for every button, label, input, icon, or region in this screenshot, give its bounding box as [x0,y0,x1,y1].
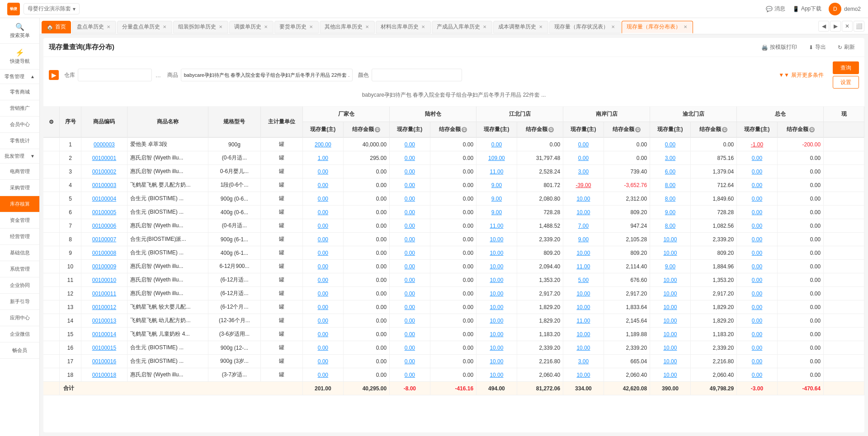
tab-prev-btn[interactable]: ◀ [818,21,829,32]
table-container[interactable]: ⚙ 序号 商品编码 商品名称 规格型号 主计量单位 厂家仓 陆村仓 江北门店 南… [43,107,864,432]
sidebar-item-operations[interactable]: 经营管理 [0,229,39,245]
c5-info-icon[interactable]: ① [722,127,727,132]
company-chevron-icon: ▾ [73,6,75,12]
cell-settings[interactable] [43,341,60,355]
close-tab-stock-table[interactable]: ✕ [610,24,616,30]
product-input[interactable] [181,69,353,81]
cell-settings[interactable] [43,246,60,260]
sidebar-item-member[interactable]: 会员中心 [0,117,39,133]
c3-info-icon[interactable]: ① [548,127,554,132]
sidebar-item-members2[interactable]: 畅会员 [0,342,39,359]
tab-cost-adjust[interactable]: 成本调整单历史 ✕ [493,21,548,33]
cell-settings[interactable] [43,219,60,233]
print-btn[interactable]: 🖨️ 按模版打印 [757,42,801,53]
sidebar-item-inventory[interactable]: 库存核算 [0,196,39,212]
close-tab-split-count[interactable]: ✕ [162,24,167,30]
th-settings[interactable]: ⚙ [43,107,60,137]
cell-c2-qty: 0.00 [390,151,430,165]
sidebar-item-apps[interactable]: 应用中心 [0,310,39,326]
sidebar-item-system[interactable]: 系统管理 [0,261,39,277]
tab-stock-table[interactable]: 现存量（库存状况表） ✕ [549,21,621,33]
tab-menu-btn[interactable]: ⬜ [854,21,864,32]
c6-info-icon[interactable]: ① [809,127,815,132]
cell-settings[interactable] [43,165,60,178]
tab-next-btn[interactable]: ▶ [830,21,841,32]
cell-settings[interactable] [43,260,60,273]
sidebar-item-quick-nav[interactable]: ⚡ 快捷导航 [0,44,39,70]
company-selector[interactable]: 母婴行业演示陈套 ▾ [24,3,80,14]
cell-settings[interactable] [43,233,60,246]
filter-expand-btn[interactable]: ▶ [49,70,59,80]
sidebar-item-basic[interactable]: 基础信息 [0,245,39,261]
sidebar-item-marketing[interactable]: 营销推广 [0,100,39,117]
sidebar-item-retail[interactable]: 零售管理 ▲ [0,70,39,84]
color-input[interactable] [372,69,462,81]
close-tab-cost-adjust[interactable]: ✕ [538,24,543,30]
tab-allocation[interactable]: 调拨单历史 ✕ [229,21,274,33]
warehouse-input[interactable] [78,69,152,81]
messages-btn[interactable]: 💬 消息 [766,5,785,13]
sidebar-item-search[interactable]: 🔍 搜索英单 [0,18,39,44]
cell-settings[interactable] [43,300,60,314]
tab-material-out[interactable]: 材料出库单历史 ✕ [376,21,431,33]
tab-order[interactable]: 要货单历史 ✕ [274,21,319,33]
cell-no: 4 [60,178,81,192]
cell-settings[interactable] [43,355,60,368]
tab-split-count[interactable]: 分量盘点单历史 ✕ [117,21,172,33]
c4-info-icon[interactable]: ① [635,127,641,132]
sidebar-item-enterprise[interactable]: 企业协同 [0,277,39,294]
sidebar-item-ecommerce[interactable]: 电商管理 [0,164,39,180]
tab-close-all-btn[interactable]: ✕ [842,21,853,32]
cell-c2-qty: 0.00 [390,206,430,219]
cell-settings[interactable] [43,192,60,206]
sidebar-item-finance[interactable]: 资金管理 [0,212,39,229]
expand-conditions-btn[interactable]: ▼▼ 展开更多条件 [778,71,824,79]
sidebar-item-guide[interactable]: 新手引导 [0,294,39,310]
cell-settings[interactable] [43,151,60,165]
c2-info-icon[interactable]: ① [462,127,467,132]
cell-no: 8 [60,233,81,246]
close-tab-stock-dist[interactable]: ✕ [683,24,688,30]
cell-settings[interactable] [43,206,60,219]
sidebar-item-wholesale[interactable]: 批发管理 ▼ [0,149,39,164]
close-tab-allocation[interactable]: ✕ [263,24,269,30]
refresh-btn[interactable]: ↻ 刷新 [834,42,859,53]
refresh-icon: ↻ [838,44,842,51]
close-tab-material-out[interactable]: ✕ [420,24,426,30]
cell-settings[interactable] [43,314,60,328]
cell-code: 00100015 [81,341,127,355]
tab-stock-dist[interactable]: 现存量（库存分布表） ✕ [622,21,693,33]
tab-navigation: ◀ ▶ ✕ ⬜ [816,21,866,32]
export-btn[interactable]: ⬇ 导出 [805,42,830,53]
close-tab-assemble[interactable]: ✕ [218,24,223,30]
cell-settings[interactable] [43,137,60,151]
header-group-row: ⚙ 序号 商品编码 商品名称 规格型号 主计量单位 厂家仓 陆村仓 江北门店 南… [43,107,864,122]
sidebar-item-retail-shop[interactable]: 零售商城 [0,84,39,100]
c1-info-icon[interactable]: ① [375,127,380,132]
search-button[interactable]: 查询 [833,61,859,74]
cell-settings[interactable] [43,368,60,382]
setting-button[interactable]: 设置 [833,76,859,89]
tab-assemble[interactable]: 组装拆卸单历史 ✕ [173,21,228,33]
tab-inventory-count[interactable]: 盘点单历史 ✕ [72,21,116,33]
tab-home[interactable]: 🏠 首页 [42,21,71,33]
close-tab-other-out[interactable]: ✕ [364,24,370,30]
sidebar-item-purchase[interactable]: 采购管理 [0,180,39,196]
cell-c4-qty: 10.00 [563,192,604,206]
close-tab-order[interactable]: ✕ [308,24,314,30]
sidebar-item-wechat[interactable]: 企业微信 [0,326,39,342]
sidebar-item-retail-stats[interactable]: 零售统计 [0,133,39,149]
app-download-btn[interactable]: 📱 App下载 [793,5,821,13]
cell-settings[interactable] [43,328,60,341]
cell-settings[interactable] [43,273,60,287]
cell-c5-qty: 10.00 [650,300,691,314]
user-area[interactable]: D demo2 [829,3,861,15]
table-row: 4 00100003 飞鹤星飞帆 婴儿配方奶... 1段(0-6个... 罐 0… [43,178,864,192]
cell-settings[interactable] [43,287,60,300]
tab-other-out[interactable]: 其他出库单历史 ✕ [320,21,375,33]
warehouse-label: 仓库 [64,71,75,79]
close-tab-product-in[interactable]: ✕ [482,24,487,30]
close-tab-inventory-count[interactable]: ✕ [106,24,111,30]
tab-product-in[interactable]: 产成品入库单历史 ✕ [432,21,492,33]
cell-settings[interactable] [43,178,60,192]
